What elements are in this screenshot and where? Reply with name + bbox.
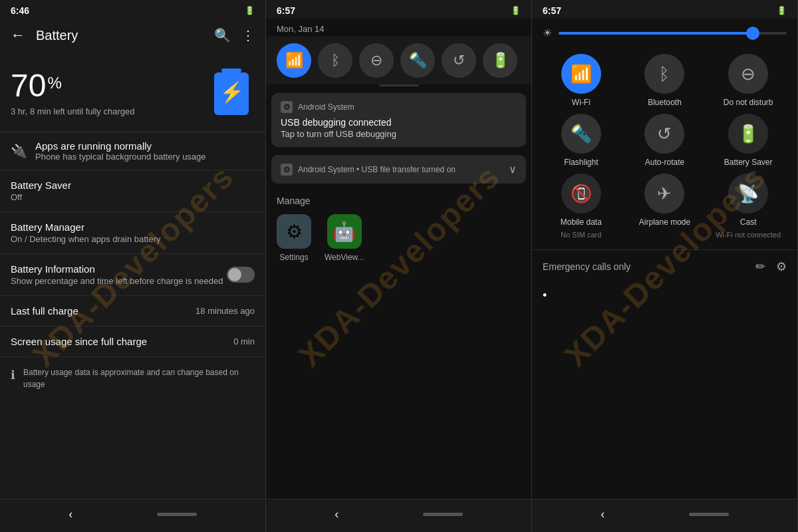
quick-tile-battery-p2[interactable]: 🔋 [483, 43, 517, 78]
battery-saver-title: Battery Saver [11, 180, 255, 191]
notif-title-1: USB debugging connected [281, 117, 517, 128]
battery-percent-value: 70 [11, 67, 46, 104]
battery-information-title: Battery Information [11, 263, 227, 275]
dnd-glyph: ⊖ [741, 64, 755, 84]
bluetooth-icon-p2: ᛒ [331, 52, 340, 69]
autorotate-glyph: ↺ [657, 124, 672, 144]
qs-tile-flashlight[interactable]: 🔦 Flashlight [543, 114, 620, 167]
battery-icon-container: ⚡ [208, 65, 255, 118]
qs-grid: 📶 Wi-Fi ᛒ Bluetooth ⊖ Do not disturb 🔦 F… [532, 47, 797, 245]
battery-settings-panel: XDA-Developers 6:46 🔋 ← Battery 🔍 ⋮ 70 %… [0, 0, 266, 532]
nav-pill-p1[interactable] [157, 513, 197, 516]
nav-pill-p3[interactable] [689, 513, 729, 516]
battery-manager-title: Battery Manager [11, 221, 255, 233]
brightness-fill [559, 32, 753, 35]
status-bar-p1: 6:46 🔋 [0, 0, 265, 19]
brightness-row: ☀ [532, 19, 797, 47]
brightness-bar[interactable] [559, 32, 787, 35]
tile-divider [379, 84, 419, 86]
dnd-icon-p2: ⊖ [370, 52, 382, 69]
emergency-text: Emergency calls only [543, 261, 755, 272]
qs-dnd-icon: ⊖ [728, 54, 768, 94]
qs-bluetooth-icon: ᛒ [644, 54, 684, 94]
quick-tile-bluetooth-p2[interactable]: ᛒ [318, 43, 352, 78]
qs-tile-cast[interactable]: 📡 Cast Wi-Fi not connected [710, 174, 787, 239]
last-full-charge-item: Last full charge 18 minutes ago [0, 295, 265, 326]
nav-bar-p1: ‹ [0, 499, 265, 532]
notification-date: Mon, Jan 14 [266, 19, 531, 37]
search-icon-p1[interactable]: 🔍 [214, 27, 231, 43]
rotate-icon-p2: ↺ [453, 52, 465, 69]
nav-bar-inner-p3: ‹ [532, 507, 797, 521]
qs-tile-dnd[interactable]: ⊖ Do not disturb [710, 54, 787, 107]
screen-usage-title: Screen usage since full charge [11, 336, 233, 347]
nav-bar-p3: ‹ [532, 499, 797, 532]
qs-flashlight-icon: 🔦 [561, 114, 601, 154]
battery-information-toggle[interactable] [227, 267, 255, 283]
battery-status-row: 🔌 Apps are running normally Phone has ty… [0, 132, 265, 170]
qs-flashlight-label: Flashlight [564, 158, 598, 167]
quick-tile-rotate-p2[interactable]: ↺ [442, 43, 476, 78]
screen-usage-text: Screen usage since full charge [11, 336, 233, 347]
status-icons-p1: 🔋 [245, 6, 255, 15]
android-system-icon-1: ⚙ [281, 101, 293, 113]
battery-manager-item[interactable]: Battery Manager On / Detecting when apps… [0, 211, 265, 253]
battery-header: ← Battery 🔍 ⋮ [0, 19, 265, 52]
brightness-thumb[interactable] [746, 27, 759, 40]
manage-apps-row: ⚙ Settings 🤖 WebView... [266, 209, 531, 267]
svg-rect-0 [221, 68, 241, 72]
lock-dot: • [532, 283, 797, 308]
wifi-icon-p2: 📶 [285, 52, 303, 69]
qs-tile-autorotate[interactable]: ↺ Auto-rotate [626, 114, 704, 167]
qs-autorotate-icon: ↺ [644, 114, 684, 154]
notif-app-name-1: Android System [298, 102, 517, 112]
last-full-charge-value: 18 minutes ago [196, 306, 255, 316]
nav-back-p3[interactable]: ‹ [600, 507, 604, 521]
battery-manager-sub: On / Detecting when apps drain battery [11, 234, 255, 244]
android-system-icon-2: ⚙ [281, 164, 293, 176]
nav-back-p2[interactable]: ‹ [334, 507, 338, 521]
qs-tile-wifi[interactable]: 📶 Wi-Fi [543, 54, 620, 107]
qs-autorotate-label: Auto-rotate [645, 158, 684, 167]
battery-percent-symbol: % [47, 74, 61, 92]
qs-tile-batterysaver[interactable]: 🔋 Battery Saver [710, 114, 787, 167]
cast-glyph: 📡 [737, 184, 759, 204]
qs-wifi-label: Wi-Fi [572, 98, 591, 107]
back-button-p1[interactable]: ← [11, 27, 25, 44]
notification-usb-debug[interactable]: ⚙ Android System USB debugging connected… [271, 93, 526, 147]
more-icon-p1[interactable]: ⋮ [241, 27, 255, 43]
battery-saver-icon-p2: 🔋 [491, 52, 509, 69]
qs-mobiledata-icon: 📵 [561, 174, 601, 213]
quick-tile-dnd-p2[interactable]: ⊖ [359, 43, 394, 78]
svg-text:⚡: ⚡ [219, 80, 245, 104]
manage-webview-app[interactable]: 🤖 WebView... [325, 214, 364, 262]
battery-information-item[interactable]: Battery Information Show percentage and … [0, 253, 265, 295]
quick-tile-wifi-p2[interactable]: 📶 [277, 43, 311, 78]
screen-usage-item: Screen usage since full charge 0 min [0, 326, 265, 356]
qs-tile-mobiledata[interactable]: 📵 Mobile data No SIM card [543, 174, 620, 239]
nav-bar-inner-p2: ‹ [266, 507, 531, 521]
qs-tile-airplane[interactable]: ✈ Airplane mode [626, 174, 704, 239]
notif-body-1: Tap to turn off USB debugging [281, 129, 517, 139]
webview-glyph: 🤖 [332, 221, 356, 243]
screen-usage-value: 0 min [233, 336, 255, 346]
battery-saver-item[interactable]: Battery Saver Off [0, 170, 265, 211]
nav-pill-p2[interactable] [423, 513, 463, 516]
qs-cast-label: Cast [740, 217, 757, 227]
settings-app-label: Settings [279, 253, 308, 262]
notification-usb-transfer[interactable]: ⚙ Android System • USB file transfer tur… [271, 155, 526, 184]
qs-mobiledata-label: Mobile data [561, 217, 602, 227]
brightness-icon: ☀ [543, 27, 552, 39]
quick-tile-flashlight-p2[interactable]: 🔦 [400, 43, 435, 78]
qs-airplane-label: Airplane mode [639, 217, 690, 227]
manage-section-label: Manage [266, 188, 531, 209]
edit-icon[interactable]: ✏ [755, 259, 765, 274]
emergency-bar: Emergency calls only ✏ ⚙ [532, 249, 797, 283]
manage-settings-app[interactable]: ⚙ Settings [277, 214, 311, 262]
nav-back-p1[interactable]: ‹ [68, 507, 72, 521]
battery-percent-display: 70 % [11, 67, 208, 104]
qs-tile-bluetooth[interactable]: ᛒ Bluetooth [626, 54, 704, 107]
expand-icon[interactable]: ∨ [509, 163, 517, 176]
quick-tiles-p2: 📶 ᛒ ⊖ 🔦 ↺ 🔋 [266, 37, 531, 84]
settings-icon-emergency[interactable]: ⚙ [776, 259, 787, 274]
